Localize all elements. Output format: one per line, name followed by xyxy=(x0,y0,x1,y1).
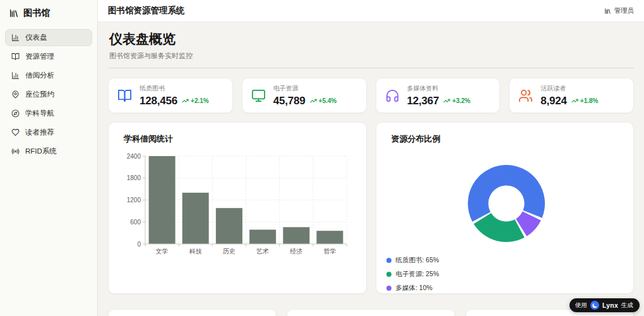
bar-chart-icon xyxy=(11,33,20,42)
header-title: 图书馆资源管理系统 xyxy=(108,5,185,16)
page-head: 仪表盘概览 图书馆资源与服务实时监控 xyxy=(108,22,634,68)
stat-trend: +1.8% xyxy=(580,97,599,104)
svg-text:经济: 经济 xyxy=(290,248,302,255)
sidebar-item-subjects[interactable]: 学科导航 xyxy=(5,105,92,122)
app-logo: 图书馆 xyxy=(5,6,92,29)
bar-chart-icon xyxy=(11,71,20,80)
svg-text:1800: 1800 xyxy=(127,174,141,181)
donut-chart-title: 资源分布比例 xyxy=(391,133,619,145)
legend-label: 电子资源: 25% xyxy=(396,270,439,279)
svg-text:1200: 1200 xyxy=(127,197,141,204)
stat-value: 8,924 xyxy=(540,95,567,107)
book-open-icon xyxy=(117,88,132,103)
svg-text:600: 600 xyxy=(130,219,141,226)
legend-label: 纸质图书: 65% xyxy=(396,256,439,265)
sidebar-item-resources[interactable]: 资源管理 xyxy=(5,48,92,65)
bottom-row: 快速操作系统状态最近通知 xyxy=(108,309,634,316)
headphones-icon xyxy=(385,88,400,103)
sidebar-item-rfid[interactable]: RFID系统 xyxy=(5,143,92,160)
book-open-icon xyxy=(11,52,20,61)
sidebar: 图书馆 仪表盘资源管理借阅分析座位预约学科导航读者推荐RFID系统 xyxy=(0,0,98,316)
sidebar-item-label: 读者推荐 xyxy=(25,128,54,137)
heart-icon xyxy=(11,128,20,137)
svg-text:2400: 2400 xyxy=(127,153,141,160)
main-area: 图书馆资源管理系统 管理员 仪表盘概览 图书馆资源与服务实时监控 纸质图书128… xyxy=(98,0,644,316)
legend-dot xyxy=(386,272,391,277)
legend-item: 多媒体: 10% xyxy=(386,284,619,293)
stat-card-multimedia: 多媒体资料12,367+3.2% xyxy=(376,78,501,113)
topbar: 图书馆资源管理系统 管理员 xyxy=(98,0,644,22)
donut-chart-card: 资源分布比例 纸质图书: 65%电子资源: 25%多媒体: 10% xyxy=(376,122,635,294)
svg-text:哲学: 哲学 xyxy=(323,248,336,255)
badge-suffix: 生成 xyxy=(621,301,633,310)
sidebar-item-analysis[interactable]: 借阅分析 xyxy=(5,67,92,84)
stat-label: 活跃读者 xyxy=(540,84,598,93)
compass-icon xyxy=(11,109,20,118)
sidebar-item-label: 座位预约 xyxy=(25,90,54,99)
trending-up-icon xyxy=(443,97,450,104)
bottom-card-quick-actions: 快速操作 xyxy=(108,309,277,316)
stat-value: 12,367 xyxy=(407,95,439,107)
trending-up-icon xyxy=(571,97,578,104)
legend-dot xyxy=(386,286,391,291)
stat-label: 多媒体资料 xyxy=(407,84,470,93)
stats-row: 纸质图书128,456+2.1%电子资源45,789+5.4%多媒体资料12,3… xyxy=(108,78,634,113)
stat-trend: +5.4% xyxy=(319,97,337,104)
user-name: 管理员 xyxy=(614,6,635,15)
library-logo-icon xyxy=(604,8,611,15)
svg-text:艺术: 艺术 xyxy=(256,248,269,255)
stat-value: 45,789 xyxy=(273,95,306,107)
stat-label: 纸质图书 xyxy=(140,84,209,93)
charts-row: 学科借阅统计 0600120018002400文学科技历史艺术经济哲学 资源分布… xyxy=(108,122,634,294)
donut-segment-0 xyxy=(468,165,545,222)
app-logo-text: 图书馆 xyxy=(23,8,50,19)
svg-text:历史: 历史 xyxy=(223,248,236,255)
stat-card-paper-books: 纸质图书128,456+2.1% xyxy=(108,78,233,113)
trending-up-icon xyxy=(182,97,189,104)
users-icon xyxy=(518,88,533,103)
bar-chart-card: 学科借阅统计 0600120018002400文学科技历史艺术经济哲学 xyxy=(108,122,367,294)
legend-dot xyxy=(386,258,391,263)
sidebar-item-label: 仪表盘 xyxy=(25,33,47,42)
stat-trend: +3.2% xyxy=(452,97,470,104)
donut-segment-1 xyxy=(474,213,524,242)
svg-text:科技: 科技 xyxy=(189,248,202,255)
badge-prefix: 使用 xyxy=(575,301,587,310)
monitor-icon xyxy=(251,88,266,103)
legend-item: 纸质图书: 65% xyxy=(386,256,619,265)
stat-label: 电子资源 xyxy=(273,84,337,93)
lynx-badge[interactable]: 使用 Lynx 生成 xyxy=(569,298,640,312)
sidebar-item-label: RFID系统 xyxy=(25,147,57,156)
sidebar-nav: 仪表盘资源管理借阅分析座位预约学科导航读者推荐RFID系统 xyxy=(5,29,92,160)
sidebar-item-label: 学科导航 xyxy=(25,109,54,118)
stat-value: 128,456 xyxy=(140,95,177,107)
library-logo-icon xyxy=(9,8,19,18)
trending-up-icon xyxy=(310,97,317,104)
sidebar-item-recommend[interactable]: 读者推荐 xyxy=(5,124,92,141)
sidebar-item-dashboard[interactable]: 仪表盘 xyxy=(5,29,92,46)
stat-trend: +2.1% xyxy=(191,97,209,104)
bar-chart-svg: 0600120018002400文学科技历史艺术经济哲学 xyxy=(124,151,350,257)
legend-item: 电子资源: 25% xyxy=(386,270,619,279)
content: 仪表盘概览 图书馆资源与服务实时监控 纸质图书128,456+2.1%电子资源4… xyxy=(98,22,644,316)
stat-card-e-resources: 电子资源45,789+5.4% xyxy=(242,78,367,113)
badge-brand: Lynx xyxy=(602,301,618,309)
bottom-card-system-status: 系统状态 xyxy=(287,309,455,316)
map-pin-icon xyxy=(11,90,20,99)
donut-legend: 纸质图书: 65%电子资源: 25%多媒体: 10% xyxy=(386,251,619,294)
sidebar-item-label: 借阅分析 xyxy=(25,71,54,80)
svg-text:0: 0 xyxy=(137,241,141,248)
bar-chart-title: 学科借阅统计 xyxy=(124,133,351,145)
sidebar-item-seats[interactable]: 座位预约 xyxy=(5,86,92,103)
sidebar-item-label: 资源管理 xyxy=(25,52,54,61)
legend-label: 多媒体: 10% xyxy=(396,284,432,293)
page-title: 仪表盘概览 xyxy=(109,30,633,48)
lynx-logo-icon xyxy=(590,301,599,310)
page-subtitle: 图书馆资源与服务实时监控 xyxy=(109,51,633,61)
svg-text:文学: 文学 xyxy=(156,248,169,255)
stat-card-active-readers: 活跃读者8,924+1.8% xyxy=(509,78,634,113)
radio-icon xyxy=(11,147,20,155)
bar-chart: 0600120018002400文学科技历史艺术经济哲学 xyxy=(124,151,351,257)
donut-chart xyxy=(391,156,619,251)
user-menu[interactable]: 管理员 xyxy=(604,6,635,15)
